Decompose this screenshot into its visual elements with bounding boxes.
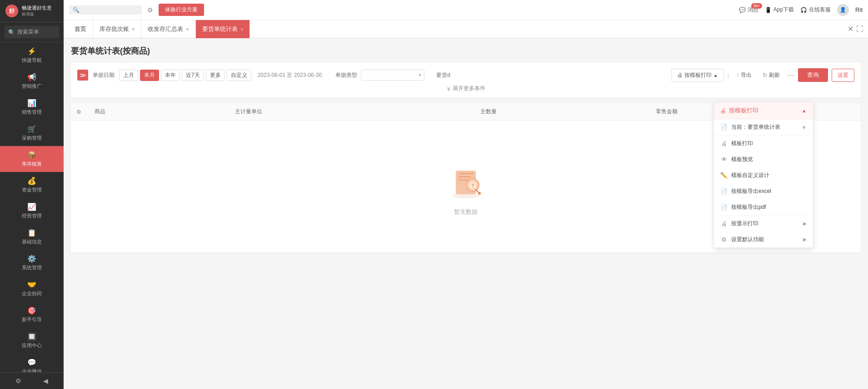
dropdown-current-template[interactable]: 📄 当前：要货单统计表 ▼ [714, 119, 813, 136]
dropdown-item-template-design[interactable]: ✏️ 模板自定义设计 [714, 167, 813, 183]
tab-maximize-button[interactable]: ⛶ [856, 25, 863, 33]
dropdown-item-template-excel[interactable]: 📄 按模板导出excel [714, 183, 813, 199]
sidebar-item-inventory[interactable]: 📦 库存核算 [0, 146, 64, 172]
settings-button[interactable]: 设置 [832, 69, 854, 82]
more-button[interactable]: ⋯ [787, 71, 794, 80]
table-settings-icon[interactable]: ⚙ [76, 109, 81, 115]
tab-receivable-summary-close-icon[interactable]: × [186, 26, 189, 32]
action-buttons: 🖨 按模板打印 ▲ | ↑ 导出 ↻ 刷新 ⋯ 查询 设置 [671, 68, 854, 82]
default-func-left: ⚙ 设置默认功能 [720, 236, 764, 243]
sidebar-search-container[interactable]: 🔍 搜索菜单 [0, 22, 64, 42]
user-name: Rit [855, 6, 863, 13]
app-download-icon: 📱 [765, 7, 772, 13]
dropdown-header[interactable]: 🖨 按模板打印 ▲ [714, 102, 813, 119]
sidebar-item-marketing[interactable]: 📢 营销推广 [0, 68, 64, 94]
sidebar-item-enterprise-wx[interactable]: 💬 企业微信 [0, 354, 64, 372]
sidebar-item-quick-nav[interactable]: ⚡ 快捷导航 [0, 42, 64, 68]
sidebar-search-button[interactable]: 🔍 搜索菜单 [5, 26, 59, 38]
topbar-search-container[interactable]: 🔍 [69, 5, 142, 15]
dropdown-display-print[interactable]: 🖨 按显示打印 ▶ [714, 216, 813, 232]
date-btn-7days[interactable]: 近7天 [182, 70, 204, 81]
sidebar-settings-button[interactable]: ⚙ [15, 377, 21, 384]
dropdown-item-template-print[interactable]: 🖨 模板打印 [714, 136, 813, 152]
dropdown-item-template-preview[interactable]: 👁 模板预览 [714, 152, 813, 167]
sidebar-item-operation[interactable]: 📈 经营管理 [0, 198, 64, 224]
date-btn-this-month[interactable]: 本月 [140, 70, 159, 81]
refresh-button[interactable]: ↻ 刷新 [759, 69, 783, 81]
dropdown-header-label: 按模板打印 [729, 106, 758, 115]
user-avatar[interactable]: 👤 [837, 4, 849, 16]
tab-order-stats-close-icon[interactable]: × [240, 26, 243, 32]
tab-batch-account[interactable]: 库存批次账 × [93, 20, 141, 38]
col-settings: ⚙ [71, 103, 89, 121]
sidebar-logo: 好 畅捷通好生意 标准版 [0, 0, 64, 22]
search-icon: 🔍 [8, 29, 15, 35]
current-template-chevron-icon: ▼ [802, 125, 807, 130]
tab-receivable-summary[interactable]: 收发存汇总表 × [141, 20, 195, 38]
sidebar-item-purchase[interactable]: 🛒 采购管理 [0, 120, 64, 146]
online-service-button[interactable]: 🎧 在线客服 [800, 6, 831, 14]
topbar-search-input[interactable] [81, 7, 127, 13]
sidebar-item-finance[interactable]: 💰 资金管理 [0, 172, 64, 198]
basic-icon: 📋 [27, 228, 36, 237]
svg-rect-3 [458, 176, 471, 177]
default-func-icon: ⚙ [720, 236, 728, 243]
sidebar-item-app-center[interactable]: 🔲 应用中心 [0, 328, 64, 354]
tab-actions: ✕ ⛶ [848, 25, 868, 33]
message-button[interactable]: 💬 消息 99+ [739, 6, 758, 14]
tab-batch-account-close-icon[interactable]: × [132, 26, 135, 32]
expand-more-row[interactable]: ∨ 展开更多条件 [77, 82, 854, 92]
topbar: 🔍 ⚙ 体验行业方案 💬 消息 99+ 📱 App下载 🎧 在线客服 👤 Rit [64, 0, 868, 20]
dropdown-header-icon: 🖨 [720, 107, 726, 114]
sidebar-item-collab[interactable]: 🤝 企业协同 [0, 276, 64, 302]
refresh-label: 刷新 [769, 71, 780, 79]
sidebar-bottom: ⚙ ◀ [0, 372, 64, 389]
sidebar-label-finance: 资金管理 [22, 187, 42, 193]
tab-home[interactable]: 首页 [68, 20, 93, 38]
tab-order-stats-label: 要货单统计表 [202, 25, 238, 33]
dropdown-item-template-pdf[interactable]: 📄 按模板导出pdf [714, 199, 813, 216]
sidebar-collapse-button[interactable]: ◀ [43, 377, 48, 384]
type-select[interactable] [361, 70, 424, 81]
tab-close-all-button[interactable]: ✕ [848, 25, 853, 33]
template-preview-label: 模板预览 [731, 156, 753, 163]
logo-icon: 好 [5, 5, 18, 17]
query-button[interactable]: 查询 [798, 68, 828, 82]
topbar-gear-icon[interactable]: ⚙ [147, 6, 153, 14]
print-chevron-up-icon: ▲ [713, 73, 718, 78]
sidebar-item-guide[interactable]: 🎯 新手引导 [0, 302, 64, 328]
export-label: 导出 [741, 71, 752, 79]
col-quantity-label: 主数量 [480, 108, 497, 115]
date-btn-more[interactable]: 更多 [206, 70, 225, 81]
dropdown-default-func[interactable]: ⚙ 设置默认功能 ▶ [714, 232, 813, 248]
trial-button[interactable]: 体验行业方案 [159, 4, 204, 16]
print-button[interactable]: 🖨 按模板打印 ▲ [671, 69, 724, 82]
display-print-chevron-icon: ▶ [803, 221, 807, 227]
inventory-icon: 📦 [27, 151, 36, 159]
tab-order-stats[interactable]: 要货单统计表 × [196, 20, 250, 38]
app-download-button[interactable]: 📱 App下载 [765, 6, 794, 14]
date-btn-this-year[interactable]: 本年 [161, 70, 180, 81]
dropdown-chevron-icon: ▲ [802, 108, 807, 113]
goods-filter-label: 要货d [436, 71, 450, 79]
message-badge: 99+ [751, 3, 762, 9]
export-button[interactable]: ↑ 导出 [733, 69, 755, 81]
type-select-wrap[interactable] [361, 70, 424, 81]
date-btn-last-month[interactable]: 上月 [119, 70, 138, 81]
expand-more-icon: ∨ [447, 86, 451, 92]
sidebar-item-basic[interactable]: 📋 基础信息 [0, 224, 64, 250]
filter-expand-button[interactable]: ≫ [77, 70, 88, 81]
date-btn-custom[interactable]: 自定义 [227, 70, 251, 81]
app-download-label: App下载 [773, 6, 794, 14]
headset-icon: 🎧 [800, 7, 807, 13]
message-icon: 💬 [739, 7, 746, 13]
logo-text: 畅捷通好生意 [22, 5, 52, 11]
sidebar-item-sales[interactable]: 📊 销售管理 [0, 94, 64, 120]
sidebar-label-guide: 新手引导 [22, 316, 42, 323]
purchase-icon: 🛒 [27, 125, 36, 133]
main-area: 🔍 ⚙ 体验行业方案 💬 消息 99+ 📱 App下载 🎧 在线客服 👤 Rit [64, 0, 868, 389]
sidebar-item-system[interactable]: ⚙️ 系统管理 [0, 250, 64, 276]
enterprise-wx-icon: 💬 [27, 358, 36, 367]
print-dropdown-menu: 🖨 按模板打印 ▲ 📄 当前：要货单统计表 ▼ 🖨 模板打印 👁 [713, 102, 813, 248]
date-buttons-group: 上月 本月 本年 近7天 更多 自定义 [119, 70, 251, 81]
